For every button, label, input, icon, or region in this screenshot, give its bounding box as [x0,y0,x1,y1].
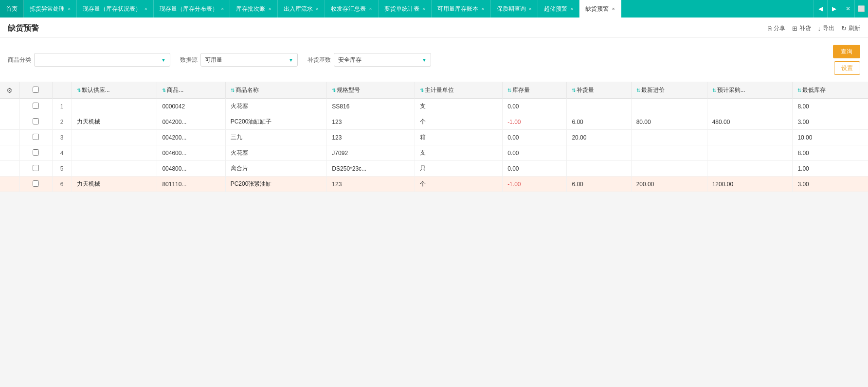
row-checkbox[interactable] [33,103,39,109]
select-all-checkbox[interactable] [33,87,39,93]
page-content: 缺货预警 ⎘ 分享 ⊞ 补货 ↓ 导出 ↻ 刷新 商品分类 [0,18,868,192]
tab-item-receipt-summary[interactable]: 收发存汇总表× [325,0,378,18]
row-checkbox[interactable] [33,149,39,156]
refresh-label: 刷新 [849,24,860,33]
share-icon: ⎘ [768,25,772,32]
tab-close-shortage[interactable]: × [612,6,615,12]
col-header-latest-price[interactable]: ⇅最新进价 [631,82,707,99]
tab-item-available-account[interactable]: 可用量库存账本× [432,0,490,18]
cell-spec: 123 [327,176,415,192]
datasource-value: 可用量 [205,56,222,64]
col-header-product-name[interactable]: ⇅商品名称 [225,82,327,99]
cell-min-stock: 8.00 [793,145,868,161]
tab-item-inventory-status[interactable]: 现存量（库存状况表）× [77,0,153,18]
settings-button[interactable]: 设置 [834,61,860,75]
data-table: ⚙⇅默认供应...⇅商品...⇅商品名称⇅规格型号⇅主计量单位⇅库存量⇅补货量⇅… [0,82,868,192]
row-settings-cell [0,99,19,114]
tab-item-inventory-dist[interactable]: 现存量（库存分布表）× [154,0,230,18]
tab-close-btn[interactable]: ✕ [841,0,854,18]
tab-close-requisition-stat[interactable]: × [422,6,425,12]
table-header-row: ⚙⇅默认供应...⇅商品...⇅商品名称⇅规格型号⇅主计量单位⇅库存量⇅补货量⇅… [0,82,868,99]
row-checkbox-cell[interactable] [19,176,52,192]
cell-default-supplier [72,130,157,145]
tab-expand-btn[interactable]: ⬜ [854,0,868,18]
tab-item-batch-account[interactable]: 库存批次账× [230,0,277,18]
cell-spec: DS250*23c... [327,161,415,176]
row-index: 4 [52,145,72,161]
tab-item-requisition-stat[interactable]: 要货单统计表× [379,0,432,18]
tab-close-available-account[interactable]: × [481,6,484,12]
col-header-spec[interactable]: ⇅规格型号 [327,82,415,99]
tab-close-inventory-dist[interactable]: × [221,6,224,12]
replenish-action[interactable]: ⊞ 补货 [792,24,811,33]
replenish-base-select[interactable]: 安全库存 ▼ [334,53,431,67]
category-select[interactable]: ▼ [34,53,170,67]
settings-gear-icon[interactable]: ⚙ [6,87,13,94]
tab-close-overstock[interactable]: × [570,6,573,12]
table-row[interactable]: 3004200...三九123箱0.0020.0010.00 [0,130,868,145]
query-button[interactable]: 查询 [833,45,860,58]
tab-item-overstock[interactable]: 超储预警× [538,0,579,18]
col-header-est-purchase[interactable]: ⇅预计采购... [707,82,793,99]
category-arrow-icon: ▼ [161,57,166,63]
cell-default-supplier [72,145,157,161]
cell-unit: 支 [415,145,503,161]
tab-close-batch-account[interactable]: × [268,6,271,12]
cell-stock: -1.00 [503,114,567,130]
tab-item-inout-flow[interactable]: 出入库流水× [278,0,325,18]
export-action[interactable]: ↓ 导出 [818,24,835,33]
tab-prev-btn[interactable]: ◀ [814,0,827,18]
refresh-action[interactable]: ↻ 刷新 [841,24,860,33]
cell-latest-price [631,99,707,114]
row-checkbox-cell[interactable] [19,161,52,176]
page-title: 缺货预警 [8,23,39,34]
row-index: 5 [52,161,72,176]
tab-close-inout-flow[interactable]: × [316,6,319,12]
cell-product-name: 三九 [225,130,327,145]
col-header-unit[interactable]: ⇅主计量单位 [415,82,503,99]
table-row[interactable]: 4004600...火花塞J7092支0.008.00 [0,145,868,161]
cell-stock: 0.00 [503,161,567,176]
table-row[interactable]: 2力天机械004200...PC200油缸缸子123个-1.006.0080.0… [0,114,868,130]
cell-default-supplier: 力天机械 [72,176,157,192]
tab-item-expiry-query[interactable]: 保质期查询× [491,0,538,18]
tab-nav-buttons: ◀ ▶ ✕ ⬜ [814,0,868,18]
tab-close-expiry-query[interactable]: × [529,6,532,12]
tab-next-btn[interactable]: ▶ [827,0,841,18]
table-row[interactable]: 10000042火花塞SS816支0.008.00 [0,99,868,114]
cell-replenish-qty: 6.00 [567,176,631,192]
col-header-stock[interactable]: ⇅库存量 [503,82,567,99]
cell-product-code: 004600... [157,145,225,161]
tab-close-exception[interactable]: × [68,6,71,12]
col-header-replenish-qty[interactable]: ⇅补货量 [567,82,631,99]
filter-actions: 查询 设置 [833,45,860,75]
datasource-arrow-icon: ▼ [289,57,293,63]
cell-min-stock: 3.00 [793,114,868,130]
filter-bar: 商品分类 ▼ 数据源 可用量 ▼ 补货基数 安全库存 ▼ 查询 设置 [0,38,868,82]
cell-spec: J7092 [327,145,415,161]
datasource-label: 数据源 [180,56,198,64]
row-checkbox[interactable] [33,180,39,187]
cell-replenish-qty: 6.00 [567,114,631,130]
cell-est-purchase: 480.00 [707,114,793,130]
row-checkbox-cell[interactable] [19,114,52,130]
row-checkbox[interactable] [33,118,39,124]
tab-close-inventory-status[interactable]: × [144,6,147,12]
col-header-min-stock[interactable]: ⇅最低库存 [793,82,868,99]
row-checkbox-cell[interactable] [19,145,52,161]
tab-item-shortage[interactable]: 缺货预警× [579,0,621,18]
cell-replenish-qty [567,99,631,114]
row-checkbox[interactable] [33,134,39,140]
tab-item-exception[interactable]: 拣货异常处理× [24,0,77,18]
row-checkbox-cell[interactable] [19,130,52,145]
table-row[interactable]: 5004800...离合片DS250*23c...只0.001.00 [0,161,868,176]
row-checkbox[interactable] [33,165,39,171]
share-action[interactable]: ⎘ 分享 [768,24,785,33]
table-row[interactable]: 6力天机械801110...PC200张紧油缸123个-1.006.00200.… [0,176,868,192]
col-header-default-supplier[interactable]: ⇅默认供应... [72,82,157,99]
row-checkbox-cell[interactable] [19,99,52,114]
tab-item-home[interactable]: 首页 [0,0,24,18]
tab-close-receipt-summary[interactable]: × [369,6,372,12]
col-header-product-code[interactable]: ⇅商品... [157,82,225,99]
datasource-select[interactable]: 可用量 ▼ [200,53,298,67]
